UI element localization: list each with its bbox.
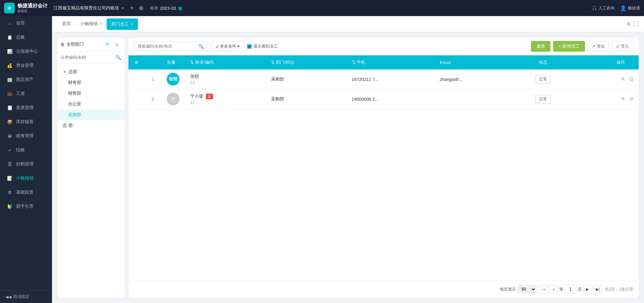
col-dept-pos[interactable]: ⇅ 部门/职位 — [266, 55, 346, 69]
logo-sub: 旗舰版 — [17, 9, 48, 13]
show-resigned-label[interactable]: 显示离职员工 — [247, 44, 278, 49]
tax-icon: 🏛 — [7, 133, 13, 139]
col-name-code[interactable]: ⇅ 姓名/编码 — [185, 55, 266, 69]
logo-icon — [4, 3, 15, 13]
sidebar-label-tax: 税务管理 — [16, 133, 34, 139]
all-dept-label: 全部部门 — [66, 41, 84, 47]
sidebar-item-inventory[interactable]: 📦 库存核算 — [0, 115, 52, 129]
tree-expand-icon: ▼ — [63, 70, 66, 74]
more-filter-button[interactable]: ⊿ 更多条件 ▾ — [211, 41, 244, 52]
employee-table-body: 1 张熙 张熙 11 — [128, 69, 639, 109]
all-dept-selector[interactable]: ⊞ 全部部门 — [61, 41, 84, 47]
col-avatar: 头像 — [161, 55, 185, 69]
sidebar-label-home: 首页 — [16, 20, 25, 26]
page-first-button[interactable]: |◀ — [539, 285, 548, 294]
expand-window-button[interactable]: ⛶ — [633, 21, 639, 27]
collapse-panel-button[interactable]: « — [113, 40, 121, 48]
col-gear-cell — [128, 89, 145, 109]
dept-tree: ▼ 总部 财务部 销售部 办公室 采购部 — [57, 64, 124, 298]
gear-icon[interactable]: ⚙ — [135, 60, 139, 65]
sidebar-item-fund[interactable]: 💰 资金管理 — [0, 58, 52, 72]
import-button[interactable]: ↙ 导入 — [612, 41, 633, 52]
employee-code: 12 — [190, 100, 260, 105]
guide-icon: 🔰 — [7, 203, 13, 209]
add-employee-button[interactable]: + 新增员工 — [553, 41, 585, 52]
sidebar-item-expense[interactable]: 📝 小畅报销 — [0, 171, 52, 185]
close-window-button[interactable]: ✕ — [626, 21, 631, 27]
edit-dept-button[interactable]: ✎ — [104, 40, 112, 48]
page-last-button[interactable]: ▶| — [593, 285, 602, 294]
tab-expense[interactable]: 小畅报销 × — [75, 18, 107, 30]
col-index — [145, 55, 161, 69]
row-avatar-cell: 宁 — [161, 89, 185, 109]
sidebar-item-home[interactable]: ⌂ 首页 — [0, 16, 52, 30]
dept-item-finance[interactable]: 财务部 — [57, 77, 124, 88]
topbar-actions: 🎧 人工咨询 👤 畅捷通 — [592, 5, 640, 11]
export-button[interactable]: ↗ 导出 — [588, 41, 609, 52]
sidebar-label-ledger: 总账 — [16, 34, 25, 40]
show-resigned-checkbox[interactable] — [247, 44, 252, 49]
sidebar-item-asset[interactable]: 🏢 固定资产 — [0, 72, 52, 87]
dept-item-sales[interactable]: 销售部 — [57, 88, 124, 99]
tabs-bar: 首页 小畅报销 × 部门员工 × ✕ ⛶ — [52, 16, 644, 32]
sidebar-item-close-account[interactable]: ✓ 结账 — [0, 143, 52, 157]
status-badge: 正常 — [535, 75, 551, 84]
add-company-button[interactable]: + — [127, 3, 137, 13]
per-page-select[interactable]: 50 20 100 — [518, 285, 536, 293]
invoice-icon: 🧾 — [7, 105, 13, 111]
invite-button[interactable]: 邀请 — [531, 41, 550, 52]
col-phone[interactable]: ⇅ 手机 — [346, 55, 435, 69]
sidebar-item-tax[interactable]: 🏛 税务管理 — [0, 129, 52, 143]
dept-item-headquarter[interactable]: ▼ 总部 — [57, 66, 124, 77]
row-phone: 18720211 7... — [346, 69, 435, 89]
cancel-fixed-button[interactable]: ◀◀ 取消固定 — [0, 291, 52, 303]
employee-name: 宁小壹 — [190, 93, 203, 99]
dept-search-input[interactable] — [61, 55, 113, 60]
edit-employee-button[interactable]: ✎ — [621, 96, 625, 102]
import-label: 导入 — [621, 44, 629, 49]
sidebar-item-archive[interactable]: 🗄 归档管理 — [0, 157, 52, 171]
page-next-button[interactable]: ▶ — [583, 285, 592, 294]
pin-icon: ◀◀ — [5, 295, 11, 299]
tab-dept-employee-close[interactable]: × — [131, 22, 133, 27]
status-badge: 正常 — [535, 95, 551, 103]
tab-home[interactable]: 首页 — [57, 18, 75, 30]
ai-consult-button[interactable]: 🎧 人工咨询 — [592, 5, 614, 11]
sidebar-label-fund: 资金管理 — [16, 62, 34, 68]
dept-item-label: 办公室 — [68, 101, 81, 107]
sidebar-item-settings[interactable]: ⚙ 基础设置 — [0, 185, 52, 199]
page-input[interactable] — [565, 285, 577, 294]
sidebar-item-report[interactable]: 📊 云报表中心 — [0, 44, 52, 58]
employee-toolbar: 🔍 ⊿ 更多条件 ▾ 显示离职员工 邀请 + — [128, 38, 639, 55]
tab-dept-employee[interactable]: 部门员工 × — [107, 18, 138, 30]
dept-item-purchasing[interactable]: 采购部 — [57, 109, 124, 120]
tab-expense-close[interactable]: × — [100, 21, 102, 26]
delete-employee-button[interactable]: ↺ — [629, 96, 633, 102]
export-label: 导出 — [597, 44, 605, 49]
asset-icon: 🏢 — [7, 77, 13, 83]
calendar-icon[interactable]: ▦ — [178, 6, 182, 11]
main-area: ⌂ 首页 📋 总账 📊 云报表中心 💰 资金管理 🏢 固定资产 💼 工资 — [0, 16, 644, 303]
dept-item-general[interactable]: 总 部 — [57, 120, 124, 131]
close-account-icon: ✓ — [7, 147, 13, 153]
cancel-fixed-label: 取消固定 — [13, 294, 30, 300]
sidebar: ⌂ 首页 📋 总账 📊 云报表中心 💰 资金管理 🏢 固定资产 💼 工资 — [0, 16, 52, 303]
settings-button[interactable]: ⚙ — [137, 3, 146, 13]
dept-item-office[interactable]: 办公室 — [57, 99, 124, 109]
sidebar-item-invoice[interactable]: 🧾 发票管理 — [0, 101, 52, 115]
user-area[interactable]: 👤 畅捷通 — [620, 5, 640, 11]
edit-employee-button[interactable]: ✎ — [621, 77, 625, 82]
sidebar-item-guide[interactable]: 🔰 新手引导 — [0, 199, 52, 213]
tab-dept-employee-label: 部门员工 — [111, 21, 129, 27]
page-label: 第 — [559, 287, 563, 292]
toolbar-right-actions: 邀请 + 新增员工 ↗ 导出 ↙ 导入 — [531, 41, 633, 52]
logout-employee-button[interactable]: ⊡ — [629, 77, 633, 82]
employee-search-input[interactable] — [138, 44, 196, 49]
ledger-icon: 📋 — [7, 34, 13, 40]
tab-expense-label: 小畅报销 — [80, 21, 98, 27]
sidebar-item-salary[interactable]: 💼 工资 — [0, 87, 52, 101]
page-prev-button[interactable]: ◀ — [549, 285, 558, 294]
row-status: 正常 — [512, 69, 574, 89]
company-selector[interactable]: 江西服宝精品有限责任公司内账张 ▼ — [51, 4, 127, 12]
sidebar-item-ledger[interactable]: 📋 总账 — [0, 30, 52, 44]
